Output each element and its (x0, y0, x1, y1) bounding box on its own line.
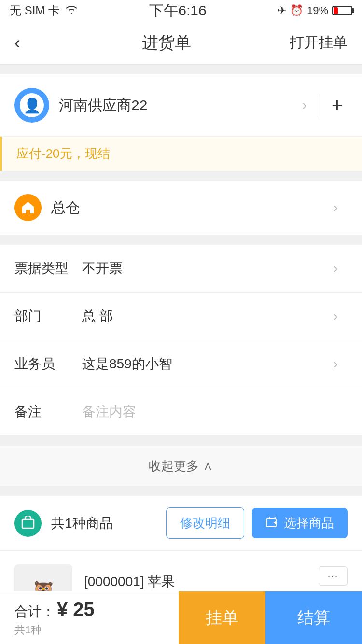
invoice-type-value: 不开票 (72, 259, 334, 278)
invoice-type-row[interactable]: 票据类型 不开票 › (0, 245, 362, 293)
add-supplier-button[interactable]: + (327, 95, 348, 116)
department-row[interactable]: 部门 总 部 › (0, 293, 362, 340)
carrier-text: 无 SIM 卡 (10, 3, 60, 18)
product-header: 共1种商品 修改明细 选择商品 (0, 496, 362, 551)
salesperson-value: 这是859的小智 (72, 355, 334, 373)
hang-order-button[interactable]: 挂单 (179, 591, 265, 644)
warehouse-name: 总仓 (51, 198, 334, 218)
vertical-divider (317, 93, 317, 117)
page-title: 进货单 (142, 32, 191, 54)
back-button[interactable]: ‹ (14, 33, 43, 53)
person-icon: 👤 (23, 97, 41, 114)
total-amount: ¥ 25 (57, 599, 95, 620)
department-label: 部门 (14, 307, 72, 325)
select-product-label: 选择商品 (284, 515, 334, 532)
status-indicators: ✈ ⏰ 19% (278, 4, 352, 17)
salesperson-row[interactable]: 业务员 这是859的小智 › (0, 340, 362, 388)
checkout-button[interactable]: 结算 (265, 591, 362, 644)
warehouse-row[interactable]: 总仓 › (0, 181, 362, 235)
battery-icon (332, 6, 352, 15)
status-bar: 无 SIM 卡 下午6:16 ✈ ⏰ 19% (0, 0, 362, 21)
department-value: 总 部 (72, 307, 334, 325)
bottom-bar: 合计： ¥ 25 共1种 挂单 结算 (0, 591, 362, 644)
modify-detail-button[interactable]: 修改明细 (166, 507, 244, 539)
salesperson-label: 业务员 (14, 355, 72, 373)
form-section: 票据类型 不开票 › 部门 总 部 › 业务员 这是859的小智 › 备注 备注… (0, 245, 362, 436)
supplier-row[interactable]: 👤 河南供应商22 › + (0, 74, 362, 137)
remark-label: 备注 (14, 403, 72, 421)
collapse-button[interactable]: 收起更多 ∧ (0, 446, 362, 486)
battery-percent: 19% (307, 4, 328, 17)
alarm-icon: ⏰ (290, 4, 303, 17)
product-name: [0000001] 苹果 (84, 573, 319, 591)
wifi-icon (65, 4, 78, 17)
invoice-chevron-icon: › (334, 261, 338, 276)
product-more-button[interactable]: ··· (319, 566, 348, 586)
product-code: [0000001] (84, 574, 144, 589)
total-section: 合计： ¥ 25 共1种 (0, 591, 179, 644)
total-count: 共1种 (14, 623, 164, 637)
warehouse-icon (14, 194, 42, 221)
status-time: 下午6:16 (149, 1, 206, 21)
supplier-section: 👤 河南供应商22 › + 应付-20元，现结 (0, 74, 362, 171)
nav-bar: ‹ 进货单 打开挂单 (0, 21, 362, 65)
supplier-name: 河南供应商22 (59, 96, 302, 115)
product-title: 苹果 (148, 574, 175, 589)
supplier-chevron-icon: › (302, 98, 306, 113)
warehouse-chevron-icon: › (334, 200, 338, 215)
invoice-type-label: 票据类型 (14, 259, 72, 278)
location-icon: ✈ (278, 4, 286, 17)
open-hang-button[interactable]: 打开挂单 (290, 33, 348, 53)
product-section-icon (14, 510, 42, 537)
remark-row[interactable]: 备注 备注内容 (0, 388, 362, 436)
remark-input[interactable]: 备注内容 (72, 403, 348, 421)
payment-notice: 应付-20元，现结 (0, 137, 362, 171)
status-carrier: 无 SIM 卡 (10, 3, 78, 18)
total-label: 合计： (14, 602, 55, 621)
product-count: 共1种商品 (51, 514, 166, 532)
salesperson-chevron-icon: › (334, 356, 338, 372)
supplier-avatar: 👤 (14, 88, 49, 123)
svg-rect-0 (22, 519, 34, 528)
department-chevron-icon: › (334, 308, 338, 324)
warehouse-section: 总仓 › (0, 181, 362, 235)
select-product-button[interactable]: 选择商品 (252, 508, 348, 538)
